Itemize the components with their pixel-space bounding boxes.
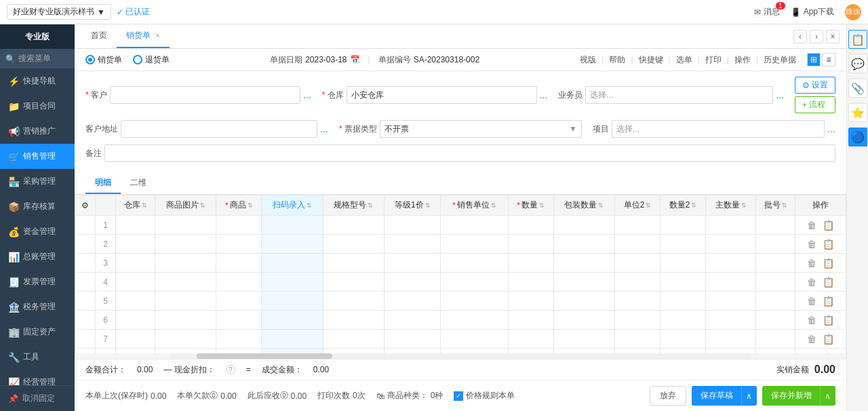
settings-btn[interactable]: ⚙ 设置 xyxy=(795,77,835,94)
row-settings-3[interactable] xyxy=(75,254,96,273)
horizontal-scrollbar[interactable] xyxy=(170,353,751,359)
row-qty2-8[interactable] xyxy=(660,349,706,354)
row-qty2-4[interactable] xyxy=(660,273,706,292)
row-batch-7[interactable] xyxy=(756,330,795,349)
save-new-button[interactable]: 保存并新增 xyxy=(762,386,820,406)
tab-prev-btn[interactable]: ‹ xyxy=(793,30,807,43)
invoice-input[interactable]: 不开票 ▼ xyxy=(380,120,582,138)
sidebar-item-invoice[interactable]: 🧾 发票管理 xyxy=(0,269,75,294)
tab-close-all-btn[interactable]: × xyxy=(826,30,840,43)
sidebar-item-fixed[interactable]: 🏢 固定资产 xyxy=(0,319,75,345)
radio-return[interactable]: 退货单 xyxy=(133,54,170,66)
row-batch-8[interactable] xyxy=(756,349,795,354)
operate-btn[interactable]: 操作 xyxy=(734,54,751,66)
row-quantity-4[interactable] xyxy=(508,273,553,292)
note-input[interactable] xyxy=(104,144,835,162)
select-btn[interactable]: 选单 xyxy=(676,54,692,66)
row-copy-btn-2[interactable]: 📋 xyxy=(821,238,836,250)
grid-view-btn[interactable]: ⊞ xyxy=(807,53,821,66)
row-pack-qty-8[interactable] xyxy=(553,349,614,354)
row-import-7[interactable] xyxy=(262,330,323,349)
row-unit2-4[interactable] xyxy=(615,273,660,292)
message-action[interactable]: ✉ 消息 1 xyxy=(754,6,780,18)
row-unit2-5[interactable] xyxy=(615,292,660,311)
row-quantity-2[interactable] xyxy=(508,235,553,254)
row-batch-3[interactable] xyxy=(756,254,795,273)
row-qty2-6[interactable] xyxy=(660,311,706,330)
right-panel-btn-3[interactable]: 📎 xyxy=(848,79,867,98)
sidebar-item-inventory[interactable]: 📦 库存核算 xyxy=(0,194,75,219)
warehouse-search-btn[interactable]: ... xyxy=(540,90,548,100)
sidebar-item-purchase[interactable]: 🏪 采购管理 xyxy=(0,169,75,194)
flow-btn[interactable]: + 流程 xyxy=(795,96,835,113)
app-download-action[interactable]: 📱 App下载 xyxy=(791,6,834,18)
row-warehouse-3[interactable] xyxy=(116,254,155,273)
row-qty2-1[interactable] xyxy=(660,216,706,235)
user-action[interactable]: 珠珠 xyxy=(845,4,861,20)
row-batch-1[interactable] xyxy=(756,216,795,235)
address-input[interactable] xyxy=(121,120,317,138)
row-warehouse-6[interactable] xyxy=(116,311,155,330)
sidebar-item-capital[interactable]: 💰 资金管理 xyxy=(0,219,75,244)
row-main-qty-1[interactable] xyxy=(706,216,756,235)
row-warehouse-4[interactable] xyxy=(116,273,155,292)
row-delete-btn-3[interactable]: 🗑 xyxy=(805,257,818,269)
row-price1-7[interactable] xyxy=(384,330,441,349)
row-import-2[interactable] xyxy=(262,235,323,254)
row-settings-2[interactable] xyxy=(75,235,96,254)
row-delete-btn-4[interactable]: 🗑 xyxy=(805,276,818,288)
row-sale-unit-1[interactable] xyxy=(441,216,508,235)
row-copy-btn-3[interactable]: 📋 xyxy=(821,257,836,269)
address-search-btn[interactable]: ... xyxy=(320,123,328,134)
row-quantity-6[interactable] xyxy=(508,311,553,330)
tab-sales-order[interactable]: 销货单 × xyxy=(117,24,170,48)
row-settings-5[interactable] xyxy=(75,292,96,311)
print-btn[interactable]: 打印 xyxy=(705,54,722,66)
right-panel-btn-1[interactable]: 📋 xyxy=(848,30,867,49)
right-panel-btn-2[interactable]: 💬 xyxy=(848,54,867,73)
row-image-1[interactable] xyxy=(155,216,216,235)
row-delete-btn-5[interactable]: 🗑 xyxy=(805,295,818,307)
row-settings-7[interactable] xyxy=(75,330,96,349)
row-delete-btn-7[interactable]: 🗑 xyxy=(805,333,818,345)
row-quantity-8[interactable] xyxy=(508,349,553,354)
row-price1-5[interactable] xyxy=(384,292,441,311)
sidebar-item-manage[interactable]: 📈 经营管理 xyxy=(0,370,75,385)
row-warehouse-2[interactable] xyxy=(116,235,155,254)
row-main-qty-3[interactable] xyxy=(706,254,756,273)
row-sale-unit-5[interactable] xyxy=(441,292,508,311)
row-settings-4[interactable] xyxy=(75,273,96,292)
row-warehouse-5[interactable] xyxy=(116,292,155,311)
row-spec-7[interactable] xyxy=(323,330,384,349)
row-product-4[interactable] xyxy=(216,273,262,292)
row-image-5[interactable] xyxy=(155,292,216,311)
calendar-icon[interactable]: 📅 xyxy=(350,55,360,64)
row-quantity-1[interactable] xyxy=(508,216,553,235)
row-batch-4[interactable] xyxy=(756,273,795,292)
price-check-item[interactable]: 价格规则本单 xyxy=(454,390,515,402)
row-main-qty-2[interactable] xyxy=(706,235,756,254)
row-delete-btn-6[interactable]: 🗑 xyxy=(805,314,818,326)
row-main-qty-7[interactable] xyxy=(706,330,756,349)
row-pack-qty-1[interactable] xyxy=(553,216,614,235)
save-draft-arrow-btn[interactable]: ∧ xyxy=(741,386,757,406)
row-copy-btn-5[interactable]: 📋 xyxy=(821,295,836,307)
sidebar-item-account[interactable]: 📊 总账管理 xyxy=(0,244,75,269)
view-btn[interactable]: 视版 xyxy=(580,54,596,66)
tab-close-icon[interactable]: × xyxy=(155,31,159,39)
sidebar-item-project[interactable]: 📁 项目合同 xyxy=(0,94,75,119)
row-image-6[interactable] xyxy=(155,311,216,330)
help-btn[interactable]: 帮助 xyxy=(609,54,625,66)
sidebar-item-tool[interactable]: 🔧 工具 xyxy=(0,345,75,370)
row-unit2-2[interactable] xyxy=(615,235,660,254)
list-view-btn[interactable]: ≡ xyxy=(822,53,835,66)
row-unit2-8[interactable] xyxy=(615,349,660,354)
row-price1-2[interactable] xyxy=(384,235,441,254)
row-warehouse-1[interactable] xyxy=(116,216,155,235)
shortcut-btn[interactable]: 快捷键 xyxy=(639,54,663,66)
row-spec-2[interactable] xyxy=(323,235,384,254)
row-batch-5[interactable] xyxy=(756,292,795,311)
settings-col-icon[interactable]: ⚙ xyxy=(81,201,89,210)
company-selector[interactable]: 好业财专业版演示样书 ▼ xyxy=(7,4,111,20)
row-copy-btn-4[interactable]: 📋 xyxy=(821,276,836,288)
